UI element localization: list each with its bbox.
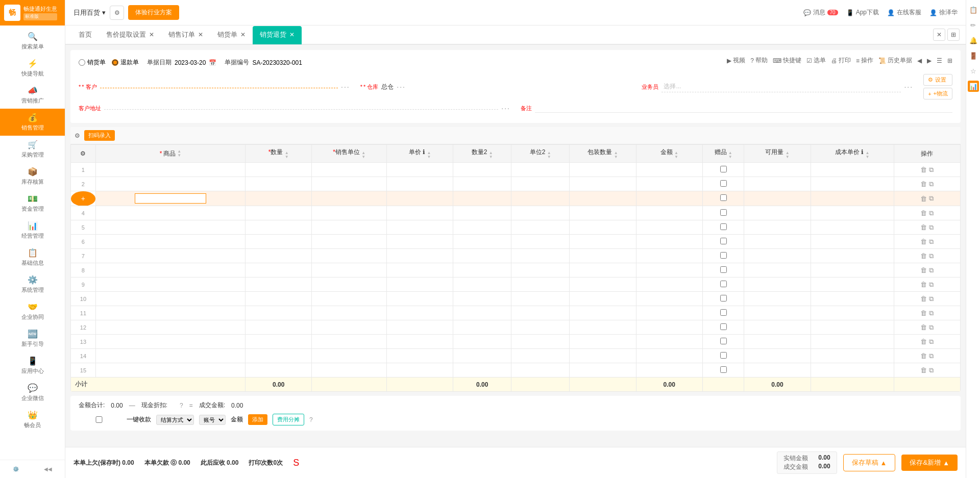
available-cell[interactable] — [744, 363, 811, 378]
product-cell[interactable] — [95, 220, 245, 235]
unit2-cell[interactable] — [511, 306, 570, 320]
sales-unit-cell[interactable] — [312, 163, 387, 177]
tab-close-icon[interactable]: ✕ — [240, 31, 246, 38]
pack-qty-cell[interactable] — [570, 335, 636, 349]
sales-unit-cell[interactable] — [312, 177, 387, 191]
rp-copy-icon[interactable]: 📋 — [968, 4, 979, 15]
unit2-cell[interactable] — [511, 249, 570, 263]
product-cell[interactable] — [95, 320, 245, 335]
qty2-cell[interactable] — [453, 363, 511, 378]
radio-return-input[interactable] — [112, 59, 118, 66]
gift-cell[interactable] — [702, 335, 744, 349]
unit2-cell[interactable] — [511, 278, 570, 292]
close-tab-btn[interactable]: ✕ — [933, 29, 945, 41]
pack-qty-cell[interactable] — [570, 235, 636, 249]
amount-cell[interactable] — [636, 249, 702, 263]
cost-price-cell[interactable] — [811, 191, 894, 206]
video-btn[interactable]: ▶ 视频 — [727, 56, 745, 65]
settings-btn[interactable]: ⚙ 设置 — [923, 74, 952, 86]
gift-cell[interactable] — [702, 177, 744, 191]
qty2-cell[interactable] — [453, 220, 511, 235]
sales-unit-cell[interactable] — [312, 349, 387, 363]
gift-checkbox[interactable] — [720, 338, 727, 344]
gift-checkbox[interactable] — [720, 352, 727, 359]
gift-cell[interactable] — [702, 163, 744, 177]
message-btn[interactable]: 💬 消息 70 — [803, 8, 838, 17]
unit-price-cell[interactable] — [386, 206, 453, 220]
cost-price-cell[interactable] — [811, 306, 894, 320]
unit-sort[interactable]: ▲▼ — [361, 151, 365, 159]
table-settings-icon[interactable]: ⚙ — [75, 132, 80, 139]
gift-sort[interactable]: ▲▼ — [728, 151, 732, 159]
copy-row-btn[interactable]: ⧉ — [929, 209, 934, 217]
amount-cell[interactable] — [636, 220, 702, 235]
qty2-cell[interactable] — [453, 320, 511, 335]
cost-price-cell[interactable] — [811, 363, 894, 378]
qty2-cell[interactable] — [453, 278, 511, 292]
sidebar-item-marketing[interactable]: 📣 营销推广 — [0, 82, 65, 109]
qty2-cell[interactable] — [453, 177, 511, 191]
pack-qty-cell[interactable] — [570, 206, 636, 220]
amount-sort[interactable]: ▲▼ — [674, 151, 678, 159]
copy-row-btn[interactable]: ⧉ — [929, 252, 934, 260]
gift-checkbox[interactable] — [720, 266, 727, 273]
available-cell[interactable] — [744, 292, 811, 306]
amount-cell[interactable] — [636, 363, 702, 378]
delete-row-btn[interactable]: 🗑 — [920, 338, 927, 345]
tab-sales[interactable]: 销货单 ✕ — [210, 26, 253, 44]
delete-row-btn[interactable]: 🗑 — [920, 180, 927, 188]
unit-price-cell[interactable] — [386, 249, 453, 263]
rp-active-icon[interactable]: 📊 — [968, 81, 979, 92]
qty2-cell[interactable] — [453, 163, 511, 177]
available-cell[interactable] — [744, 249, 811, 263]
product-cell[interactable] — [95, 235, 245, 249]
amount-cell[interactable] — [636, 191, 702, 206]
cost-price-cell[interactable] — [811, 177, 894, 191]
gift-cell[interactable] — [702, 320, 744, 335]
cost-price-cell[interactable] — [811, 249, 894, 263]
sidebar-item-apps[interactable]: 📱 应用中心 — [0, 352, 65, 379]
gift-checkbox[interactable] — [720, 252, 727, 259]
product-cell[interactable] — [95, 349, 245, 363]
gift-cell[interactable] — [702, 235, 744, 249]
add-btn[interactable]: 添加 — [248, 414, 267, 425]
pack-qty-cell[interactable] — [570, 249, 636, 263]
qty2-cell[interactable] — [453, 292, 511, 306]
unit-price-cell[interactable] — [386, 335, 453, 349]
salesman-input[interactable]: 选择... — [662, 81, 901, 92]
product-cell[interactable] — [95, 263, 245, 278]
cost-price-cell[interactable] — [811, 320, 894, 335]
calendar-icon[interactable]: 📅 — [209, 59, 216, 66]
product-cell[interactable] — [95, 177, 245, 191]
gift-cell[interactable] — [702, 249, 744, 263]
delete-row-btn[interactable]: 🗑 — [920, 166, 927, 173]
unit-price-cell[interactable] — [386, 263, 453, 278]
cost-price-cell[interactable] — [811, 292, 894, 306]
product-cell[interactable] — [95, 249, 245, 263]
cost-price-cell[interactable] — [811, 206, 894, 220]
product-cell[interactable] — [95, 292, 245, 306]
settings-bottom-btn[interactable]: ⚙️ — [11, 464, 21, 474]
gift-checkbox[interactable] — [720, 238, 727, 244]
pack-qty-cell[interactable] — [570, 191, 636, 206]
avail-sort[interactable]: ▲▼ — [786, 151, 790, 159]
quantity-cell[interactable] — [246, 249, 312, 263]
quantity-cell[interactable] — [246, 349, 312, 363]
copy-row-btn[interactable]: ⧉ — [929, 309, 934, 317]
quantity-cell[interactable] — [246, 335, 312, 349]
gift-checkbox[interactable] — [720, 295, 727, 301]
sidebar-item-search[interactable]: 🔍 搜索菜单 — [0, 28, 65, 55]
cost-price-cell[interactable] — [811, 349, 894, 363]
quantity-cell[interactable] — [246, 363, 312, 378]
delete-row-btn[interactable]: 🗑 — [920, 195, 927, 203]
fenpai-btn[interactable]: 费用分摊 — [273, 414, 304, 425]
unit-price-cell[interactable] — [386, 306, 453, 320]
cost-price-cell[interactable] — [811, 278, 894, 292]
available-cell[interactable] — [744, 335, 811, 349]
expand-tab-btn[interactable]: ⊞ — [947, 29, 960, 41]
available-cell[interactable] — [744, 206, 811, 220]
available-cell[interactable] — [744, 163, 811, 177]
unit2-cell[interactable] — [511, 335, 570, 349]
sidebar-item-system[interactable]: ⚙️ 系统管理 — [0, 271, 65, 298]
copy-row-btn[interactable]: ⧉ — [929, 338, 934, 346]
